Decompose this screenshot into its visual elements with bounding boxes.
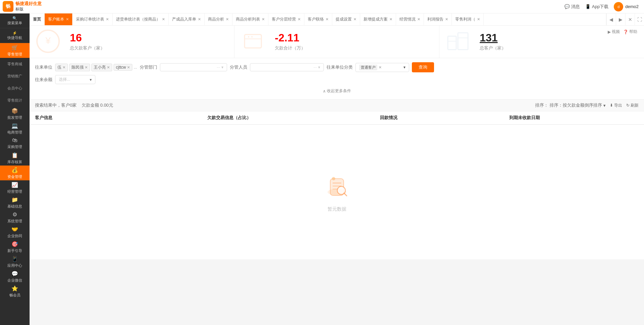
collapse-btn[interactable]: ∧ 收起更多条件	[323, 88, 351, 94]
tab-product-analysis[interactable]: 商品分析 ✕	[205, 13, 232, 26]
sidebar-item-membership[interactable]: 会员中心	[0, 82, 30, 94]
sidebar-item-ecommerce-label: 电商管理	[7, 130, 22, 135]
tab-business[interactable]: 经营情况 ✕	[396, 13, 424, 26]
tab-product-analysis-list-close[interactable]: ✕	[262, 17, 265, 22]
tab-production-in-close[interactable]: ✕	[198, 17, 201, 22]
stat-total-customers2-label: 总客户（家）	[480, 45, 506, 51]
sidebar-item-retail-mall[interactable]: 零售商城	[0, 58, 30, 70]
tab-retail-profit[interactable]: 零售利润（ ✕	[452, 13, 484, 26]
help-btn[interactable]: ❓ 帮助	[623, 29, 637, 35]
remove-tag-4[interactable]: ✕	[127, 65, 130, 70]
person-selector[interactable]: ··· ▾	[250, 63, 324, 71]
sidebar-item-guide-label: 新手引导	[7, 248, 22, 253]
remove-tag-2[interactable]: ✕	[85, 65, 88, 70]
sidebar-item-system[interactable]: ⚙ 系统管理	[0, 210, 30, 225]
unit-class-remove[interactable]: ✕	[379, 65, 382, 70]
tab-product-analysis-list-label: 商品分析列表	[236, 16, 260, 22]
query-btn[interactable]: 查询	[412, 62, 434, 72]
remove-tag-1[interactable]: ✕	[62, 65, 66, 70]
tab-customer-contact[interactable]: 客户联络 ✕	[304, 13, 332, 26]
filter-tag-3: 王小亮 ✕	[91, 64, 112, 71]
col-debt-info: 欠款交易信息（占比）	[207, 115, 380, 121]
sidebar-item-member[interactable]: ⭐ 畅会员	[0, 284, 30, 299]
basic-icon: 📁	[11, 196, 18, 203]
sidebar-item-finance[interactable]: 💰 资金管理	[0, 166, 30, 180]
tab-product-analysis-list[interactable]: 商品分析列表 ✕	[232, 13, 268, 26]
filter-more-btn[interactable]: ...	[134, 65, 137, 70]
sidebar-item-purchase[interactable]: 🛍 采购管理	[0, 136, 30, 151]
tab-account-close[interactable]: ✕	[66, 17, 69, 22]
stat-total-debt-value: -2.11	[275, 32, 305, 43]
sidebar-item-marketing[interactable]: 营销推广	[0, 70, 30, 82]
tab-promotion-setting-close[interactable]: ✕	[353, 17, 356, 22]
sidebar-item-app-center[interactable]: 📱 应用中心	[0, 254, 30, 269]
app-center-icon: 📱	[11, 256, 18, 262]
video-btn[interactable]: ▶ 视频	[608, 29, 620, 35]
svg-point-4	[248, 36, 249, 38]
tab-new-promotion-close[interactable]: ✕	[389, 17, 392, 22]
sidebar-quick-nav[interactable]: ⚡ 快捷导航	[0, 28, 30, 43]
sidebar-item-basic[interactable]: 📁 基础信息	[0, 195, 30, 210]
tab-stock-stats[interactable]: 进货单统计表（按商品） ✕	[113, 13, 169, 26]
sidebar-search[interactable]: 🔍 搜索菜单	[0, 13, 30, 28]
sidebar-item-wechat[interactable]: 💬 企业微信	[0, 269, 30, 284]
tab-production-in[interactable]: 产成品入库单 ✕	[169, 13, 205, 26]
tab-new-promotion[interactable]: 新增提成方案 ✕	[360, 13, 396, 26]
person-chevron-down: ▾	[318, 65, 320, 70]
tab-account[interactable]: 客户账本 ✕	[45, 13, 73, 26]
sidebar-item-inventory[interactable]: 📋 库存核算	[0, 151, 30, 166]
tab-purchase-stats-close[interactable]: ✕	[106, 17, 109, 22]
data-table: 客户信息 欠款交易信息（占比） 回款情况 到期未收款日期	[30, 111, 644, 259]
dept-selector[interactable]: ··· ▾	[160, 63, 227, 71]
export-btn[interactable]: ⬇ 导出	[610, 103, 622, 108]
tab-business-close[interactable]: ✕	[417, 17, 420, 22]
sidebar-item-retail-stats[interactable]: 零售统计	[0, 94, 30, 106]
tab-profit-report-close[interactable]: ✕	[445, 17, 448, 22]
unit-class-chevron: ▾	[403, 65, 405, 70]
user-area[interactable]: d demo2	[614, 2, 639, 11]
stat-total-debt: -2.11 欠款合计（万）	[234, 26, 439, 58]
tab-expand-btn[interactable]: ⛶	[635, 13, 644, 26]
video-icon: ▶	[608, 30, 611, 34]
balance-chevron: ▾	[90, 77, 92, 82]
tab-customer-segment-label: 客户分层经营	[272, 16, 296, 22]
sidebar-item-ecommerce[interactable]: 💻 电商管理	[0, 121, 30, 136]
tab-customer-segment[interactable]: 客户分层经营 ✕	[268, 13, 304, 26]
tab-next-btn[interactable]: ▶	[616, 13, 625, 26]
sidebar-item-retail-mall-label: 零售商城	[7, 62, 22, 67]
col-customer-info: 客户信息	[35, 115, 207, 121]
messages-btn[interactable]: 💬 消息	[564, 4, 580, 10]
tab-customer-contact-close[interactable]: ✕	[326, 17, 329, 22]
balance-selector[interactable]: 选择... ▾	[55, 75, 95, 84]
tab-purchase-stats[interactable]: 采购订单统计表 ✕	[73, 13, 113, 26]
tab-close-all-btn[interactable]: ✕	[625, 13, 635, 26]
dept-label: 分管部门	[140, 64, 157, 70]
sidebar-item-enterprise[interactable]: 🤝 企业协同	[0, 225, 30, 240]
sidebar-item-retail[interactable]: 🛒 零售管理	[0, 43, 30, 58]
unit-class-selector[interactable]: 普通客户 ✕ ▾	[355, 63, 409, 72]
sidebar-item-operation[interactable]: 📈 经营管理	[0, 180, 30, 195]
sort-selector[interactable]: 排序： 排序：按欠款金额倒序排序 ▾	[535, 102, 606, 108]
svg-rect-7	[458, 33, 468, 50]
tab-product-analysis-close[interactable]: ✕	[226, 17, 229, 22]
tab-customer-segment-close[interactable]: ✕	[298, 17, 301, 22]
sidebar-item-inventory-label: 库存核算	[7, 159, 22, 165]
sidebar-item-membership-label: 会员中心	[7, 86, 22, 91]
tab-prev-btn[interactable]: ◀	[606, 13, 616, 26]
tab-product-analysis-label: 商品分析	[208, 16, 224, 22]
remove-tag-3[interactable]: ✕	[107, 65, 110, 70]
sidebar-item-wholesale[interactable]: 📦 批发管理	[0, 106, 30, 121]
app-download-btn[interactable]: 📱 App下载	[585, 4, 608, 10]
export-icon: ⬇	[610, 103, 613, 108]
refresh-btn[interactable]: ↻ 刷新	[626, 103, 639, 108]
tab-promotion-setting[interactable]: 提成设置 ✕	[332, 13, 360, 26]
sidebar-item-guide[interactable]: 🎯 新手引导	[0, 240, 30, 254]
tab-home[interactable]: 首页	[30, 13, 45, 26]
stat-total-debt-label: 欠款合计（万）	[275, 45, 305, 51]
sidebar-item-member-label: 畅会员	[9, 293, 20, 298]
tab-profit-report[interactable]: 利润报告 ✕	[424, 13, 452, 26]
stat-total-customers2-value[interactable]: 131	[480, 32, 506, 43]
tab-stock-stats-close[interactable]: ✕	[162, 17, 165, 22]
tab-retail-profit-close[interactable]: ✕	[477, 17, 480, 22]
table-header: 客户信息 欠款交易信息（占比） 回款情况 到期未收款日期	[30, 111, 644, 125]
